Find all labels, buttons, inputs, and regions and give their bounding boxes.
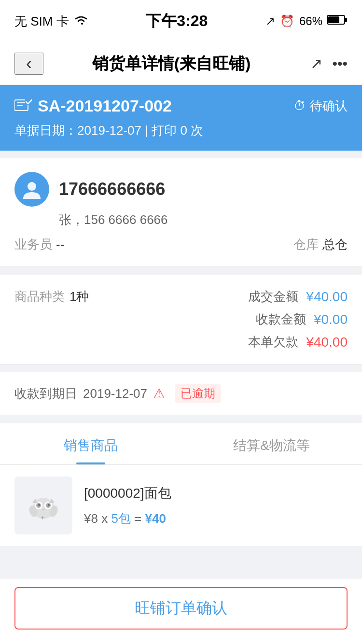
- due-label: 收款到期日: [14, 385, 77, 402]
- product-types-value: 1种: [70, 288, 89, 305]
- svg-rect-2: [328, 16, 339, 23]
- warehouse-label: 仓库: [293, 236, 319, 253]
- order-id-text: SA-20191207-002: [38, 97, 172, 115]
- product-info: [0000002]面包 ¥8 x 5包 = ¥40: [84, 484, 348, 527]
- amount-row-0: 成交金额 ¥40.00: [248, 288, 348, 305]
- tab-settlement[interactable]: 结算&物流等: [181, 423, 362, 464]
- order-icon: [14, 97, 32, 115]
- order-header: SA-20191207-002 ⏱ 待确认 单据日期：2019-12-07 | …: [0, 85, 362, 151]
- divider-1: [0, 266, 362, 267]
- overdue-badge: 已逾期: [175, 384, 221, 403]
- nav-bar: ‹ 销货单详情(来自旺铺) ↗ •••: [0, 42, 362, 85]
- share-icon[interactable]: ↗: [310, 55, 322, 72]
- due-date: 2019-12-07: [83, 386, 147, 401]
- alarm-icon: ⏰: [280, 14, 294, 28]
- order-separator: |: [145, 123, 152, 138]
- customer-row: 17666666666: [14, 172, 348, 207]
- amount-row-2: 本单欠款 ¥40.00: [248, 334, 348, 350]
- order-meta: 单据日期：2019-12-07 | 打印 0 次: [14, 122, 348, 139]
- order-id: SA-20191207-002: [14, 97, 172, 115]
- battery-percentage: 66%: [299, 14, 322, 28]
- divider-3: [0, 415, 362, 415]
- svg-point-10: [38, 504, 40, 506]
- amount-label-0: 成交金额: [248, 288, 298, 305]
- amount-row-1: 收款金额 ¥0.00: [256, 311, 348, 328]
- tabs-header: 销售商品 结算&物流等: [0, 423, 362, 465]
- product-types: 商品种类 1种: [14, 288, 89, 305]
- salesperson-value: --: [56, 237, 64, 252]
- product-item: + [0000002]面包 ¥8 x 5包 = ¥40: [0, 465, 362, 546]
- more-icon[interactable]: •••: [332, 56, 348, 72]
- status-right: ↗ ⏰ 66%: [265, 14, 348, 28]
- customer-section: 17666666666 张，156 6666 6666 业务员 -- 仓库 总仓: [0, 158, 362, 266]
- nav-actions: ↗ •••: [299, 55, 348, 72]
- tab-settlement-label: 结算&物流等: [233, 438, 310, 453]
- amount-value-0: ¥40.00: [306, 289, 348, 305]
- confirm-order-button[interactable]: 旺铺订单确认: [14, 587, 348, 630]
- product-types-label: 商品种类: [14, 288, 65, 305]
- status-time: 下午3:28: [146, 11, 208, 32]
- amount-value-1: ¥0.00: [314, 312, 348, 327]
- amount-value-2: ¥40.00: [306, 335, 348, 350]
- order-status: ⏱ 待确认: [293, 98, 348, 114]
- svg-rect-1: [345, 18, 347, 22]
- warehouse-value: 总仓: [322, 236, 348, 253]
- bottom-bar: 旺铺订单确认: [0, 579, 362, 644]
- product-equals: =: [131, 511, 145, 526]
- clock-icon: ⏱: [293, 98, 306, 113]
- warning-icon: ⚠: [153, 386, 165, 402]
- amounts-section: 成交金额 ¥40.00 收款金额 ¥0.00 本单欠款 ¥40.00: [248, 288, 348, 350]
- tab-sales-label: 销售商品: [64, 438, 118, 453]
- customer-info-row: 业务员 -- 仓库 总仓: [14, 236, 348, 253]
- order-header-top: SA-20191207-002 ⏱ 待确认: [14, 97, 348, 115]
- order-date: 单据日期：2019-12-07: [14, 123, 141, 138]
- page-title: 销货单详情(来自旺铺): [43, 53, 299, 75]
- product-owl-logo: +: [27, 490, 60, 521]
- customer-avatar: [14, 172, 49, 207]
- location-icon: ↗: [265, 14, 275, 28]
- divider-2: [0, 364, 362, 364]
- status-bar: 无 SIM 卡 下午3:28 ↗ ⏰ 66%: [0, 0, 362, 42]
- summary-section: 商品种类 1种 成交金额 ¥40.00 收款金额 ¥0.00 本单欠款 ¥40.…: [0, 275, 362, 364]
- svg-point-4: [28, 182, 36, 191]
- battery-icon: [327, 14, 348, 28]
- order-print-count: 打印 0 次: [152, 123, 203, 138]
- product-unit-price: ¥8 x: [84, 511, 111, 526]
- status-left: 无 SIM 卡: [14, 13, 88, 30]
- svg-text:+: +: [41, 514, 44, 521]
- amount-label-2: 本单欠款: [248, 334, 298, 350]
- customer-name: 张，156 6666 6666: [59, 211, 348, 228]
- salesperson-label: 业务员: [14, 236, 52, 253]
- due-section: 收款到期日 2019-12-07 ⚠ 已逾期: [0, 372, 362, 415]
- product-total: ¥40: [145, 511, 166, 526]
- order-status-text: 待确认: [310, 98, 348, 114]
- tab-sales[interactable]: 销售商品: [0, 423, 181, 464]
- customer-phone: 17666666666: [59, 179, 165, 199]
- sim-label: 无 SIM 卡: [14, 13, 69, 30]
- product-name: [0000002]面包: [84, 484, 348, 503]
- product-thumbnail: +: [14, 476, 72, 534]
- product-price: ¥8 x 5包 = ¥40: [84, 510, 348, 527]
- product-qty: 5包: [111, 511, 130, 526]
- amount-label-1: 收款金额: [256, 311, 306, 328]
- back-button[interactable]: ‹: [14, 53, 43, 75]
- svg-point-11: [48, 504, 50, 506]
- tabs-section: 销售商品 结算&物流等: [0, 423, 362, 546]
- summary-row: 商品种类 1种 成交金额 ¥40.00 收款金额 ¥0.00 本单欠款 ¥40.…: [14, 288, 348, 350]
- wifi-icon: [74, 14, 88, 29]
